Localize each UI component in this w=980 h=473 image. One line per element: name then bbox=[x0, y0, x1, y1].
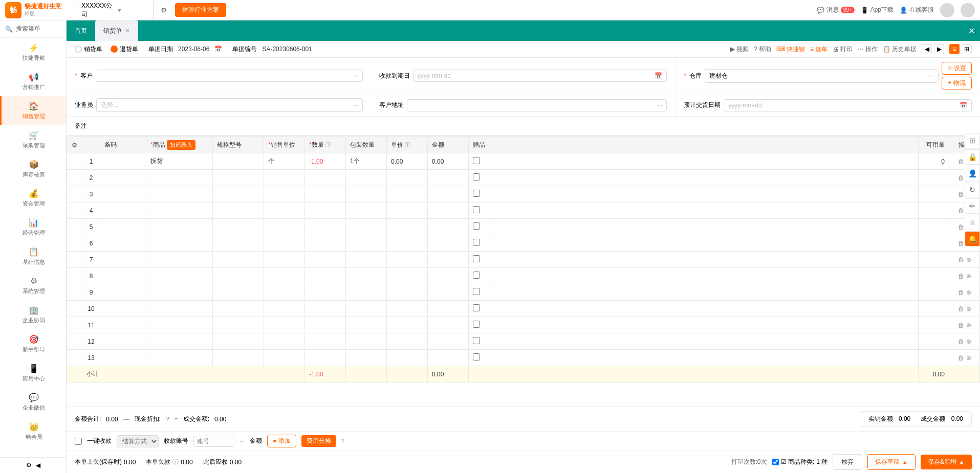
float-user-btn[interactable]: 👤 bbox=[965, 166, 980, 181]
row12-copy-icon[interactable]: ⊕ bbox=[966, 338, 971, 345]
sidebar-item-operations[interactable]: 📊 经营管理 bbox=[0, 213, 66, 242]
scan-button[interactable]: 扫码录入 bbox=[167, 140, 195, 150]
shortcut-action[interactable]: ⌨ 快捷键 bbox=[776, 45, 805, 54]
row2-price[interactable] bbox=[387, 170, 428, 186]
sidebar-item-apps[interactable]: 📱 应用中心 bbox=[0, 358, 66, 388]
col-settings[interactable]: ⚙ bbox=[67, 137, 82, 153]
abandon-button[interactable]: 放弃 bbox=[833, 454, 862, 470]
payment-method-select[interactable]: 结算方式 bbox=[117, 435, 159, 447]
row11-copy-icon[interactable]: ⊕ bbox=[966, 322, 971, 329]
sidebar-item-guide[interactable]: 🎯 新手引导 bbox=[0, 329, 66, 358]
row10-copy-icon[interactable]: ⊕ bbox=[966, 305, 971, 312]
trial-button[interactable]: 体验行业方案 bbox=[175, 3, 226, 17]
row13-delete-icon[interactable]: 🗑 bbox=[958, 354, 964, 362]
save-new-button[interactable]: 保存&新增 ▲ bbox=[921, 455, 972, 469]
row3-delete-icon[interactable]: 🗑 bbox=[958, 191, 964, 198]
row2-delete-icon[interactable]: 🗑 bbox=[958, 174, 964, 182]
return-order-radio[interactable]: 退货单 bbox=[111, 45, 138, 54]
online-service-button[interactable]: 👤 在线客服 bbox=[900, 6, 934, 14]
row2-goods[interactable] bbox=[146, 170, 213, 186]
goods-type-checkbox[interactable] bbox=[772, 459, 779, 465]
help-action[interactable]: ? 帮助 bbox=[754, 45, 771, 54]
tab-home[interactable]: 首页 bbox=[67, 20, 95, 41]
grid-view-icon[interactable]: ⊞ bbox=[962, 44, 972, 54]
row2-spec[interactable] bbox=[213, 170, 264, 186]
row12-delete-icon[interactable]: 🗑 bbox=[958, 338, 964, 345]
row1-qty[interactable]: -1.00 bbox=[305, 153, 346, 170]
sales-order-radio[interactable]: 销货单 bbox=[75, 45, 102, 54]
user-avatar[interactable] bbox=[940, 3, 954, 17]
sidebar-item-wechat[interactable]: 💬 企业微信 bbox=[0, 388, 66, 417]
sidebar-item-inventory[interactable]: 📦 库存核算 bbox=[0, 154, 66, 184]
company-selector[interactable]: XXXXXX公司 ▼ bbox=[77, 0, 154, 21]
address-input[interactable]: ··· bbox=[407, 99, 667, 111]
row2-unit[interactable] bbox=[264, 170, 305, 186]
warehouse-input[interactable]: 建材仓 ··· bbox=[705, 69, 939, 83]
operations-action[interactable]: ⋯ 操作 bbox=[858, 45, 878, 54]
owe-info-icon[interactable]: ⓘ bbox=[172, 458, 179, 466]
sidebar-item-member[interactable]: 👑 畅会员 bbox=[0, 417, 66, 446]
sidebar-item-sales[interactable]: 🏠 销售管理 bbox=[0, 96, 66, 125]
row8-copy-icon[interactable]: ⊕ bbox=[966, 273, 971, 280]
float-refresh-btn[interactable]: ↻ bbox=[965, 182, 980, 197]
print-action[interactable]: 🖨 打印 bbox=[833, 45, 853, 54]
float-lock-btn[interactable]: 🔒 bbox=[965, 149, 980, 165]
float-edit-btn[interactable]: ✏ bbox=[965, 198, 980, 214]
float-notification-btn[interactable]: 🔔 bbox=[965, 231, 980, 246]
due-date-input[interactable]: yyyy-mm-dd 📅 bbox=[413, 70, 667, 82]
row6-delete-icon[interactable]: 🗑 bbox=[958, 240, 964, 247]
sidebar-collapse-icon[interactable]: ◀ bbox=[36, 462, 40, 469]
notes-input-area[interactable] bbox=[91, 120, 972, 132]
sidebar-item-finance[interactable]: 💰 资金管理 bbox=[0, 184, 66, 213]
sidebar-item-purchase[interactable]: 🛒 采购管理 bbox=[0, 125, 66, 154]
nav-prev[interactable]: ◀ bbox=[922, 44, 932, 54]
save-draft-button[interactable]: 保存草稿 ▲ bbox=[867, 454, 916, 470]
tab-close-all-icon[interactable]: ✕ bbox=[968, 26, 975, 36]
float-expand-btn[interactable]: ⊞ bbox=[965, 133, 980, 148]
table-wrapper[interactable]: ⚙ 条码 *goods商品 扫码录入 规格型号 *销售单位 *数量 ⓘ 包装数量 bbox=[67, 137, 980, 407]
row9-delete-icon[interactable]: 🗑 bbox=[958, 289, 964, 296]
float-star-btn[interactable]: ☆ bbox=[965, 215, 980, 230]
row5-delete-icon[interactable]: 🗑 bbox=[958, 223, 964, 231]
payment-help-icon[interactable]: ? bbox=[341, 438, 345, 445]
salesperson-input[interactable]: 选择... ··· bbox=[96, 98, 363, 112]
logistics-button[interactable]: + 物流 bbox=[942, 77, 972, 89]
add-payment-button[interactable]: ● 添加 bbox=[267, 435, 296, 447]
sidebar-settings-icon[interactable]: ⚙ bbox=[26, 462, 32, 469]
sidebar-item-marketing[interactable]: 📢 营销推广 bbox=[0, 67, 66, 96]
discount-help-icon[interactable]: ? bbox=[166, 416, 169, 423]
calendar-icon[interactable]: 📅 bbox=[214, 46, 222, 53]
settings-button[interactable]: ⊙ 设置 bbox=[942, 62, 972, 75]
row9-copy-icon[interactable]: ⊕ bbox=[966, 289, 971, 296]
row8-delete-icon[interactable]: 🗑 bbox=[958, 273, 964, 280]
history-action[interactable]: 📋 历史单据 bbox=[883, 45, 917, 54]
row10-delete-icon[interactable]: 🗑 bbox=[958, 305, 964, 312]
row2-qty[interactable] bbox=[305, 170, 346, 186]
row1-spec[interactable] bbox=[213, 153, 264, 170]
list-view-icon[interactable]: ≡ bbox=[949, 44, 960, 54]
tab-sales-order[interactable]: 销货单 ✕ bbox=[95, 20, 138, 41]
select-action[interactable]: ≡ 选单 bbox=[810, 45, 827, 54]
settings-icon[interactable]: ⚙ bbox=[157, 3, 171, 17]
one-click-payment-checkbox[interactable] bbox=[75, 438, 82, 445]
row11-delete-icon[interactable]: 🗑 bbox=[958, 322, 964, 329]
sidebar-item-system[interactable]: ⚙ 系统管理 bbox=[0, 271, 66, 300]
row4-delete-icon[interactable]: 🗑 bbox=[958, 207, 964, 214]
row13-copy-icon[interactable]: ⊕ bbox=[966, 354, 971, 362]
row2-barcode[interactable] bbox=[100, 170, 146, 186]
row1-barcode[interactable] bbox=[100, 153, 146, 170]
nav-next[interactable]: ▶ bbox=[934, 44, 944, 54]
tab-close-icon[interactable]: ✕ bbox=[125, 27, 130, 34]
row1-price[interactable]: 0.00 bbox=[387, 153, 428, 170]
row2-pkg-qty[interactable] bbox=[346, 170, 387, 186]
row7-copy-icon[interactable]: ⊕ bbox=[966, 256, 971, 263]
sidebar-item-quick-nav[interactable]: ⚡ 快捷导航 bbox=[0, 38, 66, 67]
row7-delete-icon[interactable]: 🗑 bbox=[958, 256, 964, 263]
expected-date-input[interactable]: yyyy-mm-dd 📅 bbox=[724, 99, 972, 111]
payment-account-dots[interactable]: ··· bbox=[239, 438, 245, 445]
sidebar-item-corp[interactable]: 🏢 企业协同 bbox=[0, 300, 66, 329]
payment-account-input[interactable] bbox=[193, 436, 234, 447]
sidebar-item-base[interactable]: 📋 基础信息 bbox=[0, 242, 66, 271]
expense-button[interactable]: 费用分摊 bbox=[301, 435, 336, 447]
user-avatar-2[interactable] bbox=[961, 3, 975, 17]
